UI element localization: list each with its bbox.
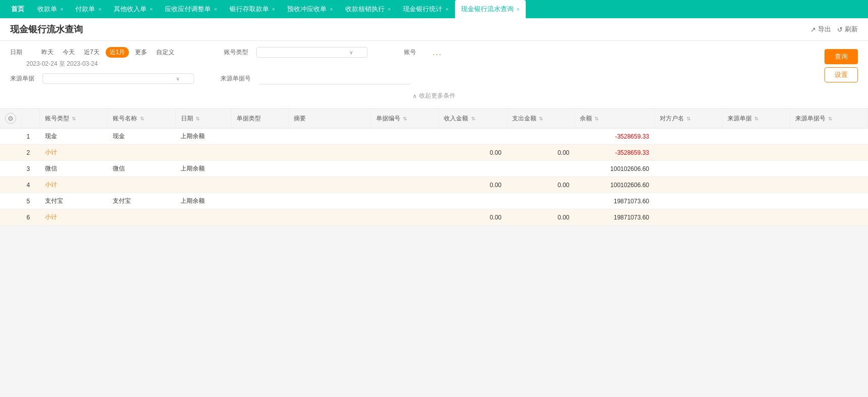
table-settings-icon[interactable]: ⚙ [5,113,16,124]
nav-tab-1[interactable]: 付款单 × [69,0,107,18]
sort-doc-no-icon: ⇅ [403,116,407,121]
row-source-doc [722,145,790,161]
col-settings[interactable]: ⚙ [0,109,22,128]
settings-button[interactable]: 设置 [825,67,858,82]
row-date: 上期余额 [175,161,232,177]
table-row: 6小计0.000.0019871073.60 [0,209,868,226]
date-range-display: 2023-02-24 至 2023-03-24 [26,60,98,67]
row-doc-type [232,128,289,145]
row-source-doc-no [790,177,868,193]
data-table: ⚙ 账号类型 ⇅ 账号名称 ⇅ 日期 ⇅ 单据类型 摘要 单据编号 [0,109,868,226]
date-opt-custom[interactable]: 自定义 [153,47,177,58]
date-opt-yesterday[interactable]: 昨天 [38,47,57,58]
row-expense: 0.00 [507,209,574,226]
close-tab-4-icon[interactable]: × [272,6,275,12]
nav-tab-2[interactable]: 其他收入单 × [108,0,159,18]
col-counterparty[interactable]: 对方户名 ⇅ [654,109,722,128]
row-index: 2 [22,145,40,161]
date-opt-today[interactable]: 今天 [60,47,78,58]
export-button[interactable]: ↗ 导出 [810,25,831,34]
account-more-icon[interactable]: ... [432,48,442,57]
table-row: 1现金现金上期余额-3528659.33 [0,128,868,145]
col-account-type[interactable]: 账号类型 ⇅ [40,109,108,128]
sort-expense-icon: ⇅ [539,116,543,121]
col-date[interactable]: 日期 ⇅ [175,109,232,128]
table-row: 3微信微信上期余额100102606.60 [0,161,868,177]
date-opt-more[interactable]: 更多 [132,47,150,58]
col-summary: 摘要 [288,109,371,128]
sort-date-icon: ⇅ [196,116,200,121]
nav-tab-3[interactable]: 应收应付调整单 × [159,0,223,18]
action-buttons: 查询 设置 [825,49,858,82]
query-button[interactable]: 查询 [825,49,858,64]
account-type-select[interactable]: ∨ [256,47,368,58]
row-account-type: 小计 [40,209,108,226]
date-opt-1month[interactable]: 近1月 [106,47,129,58]
close-tab-8-icon[interactable]: × [517,6,520,12]
filter-row-2: 来源单据 ∨ 来源单据号 [10,72,814,84]
col-doc-no[interactable]: 单据编号 ⇅ [371,109,438,128]
row-index: 5 [22,193,40,209]
row-source-doc-no [790,145,868,161]
nav-tab-8[interactable]: 现金银行流水查询 × [455,0,526,18]
row-expense [507,161,574,177]
source-doc-select[interactable]: ∨ [42,73,194,84]
row-date [175,209,232,226]
row-counterparty [654,193,722,209]
row-expense: 0.00 [507,145,574,161]
close-tab-2-icon[interactable]: × [150,6,153,12]
col-income[interactable]: 收入金额 ⇅ [439,109,507,128]
row-date: 上期余额 [175,193,232,209]
table-container: ⚙ 账号类型 ⇅ 账号名称 ⇅ 日期 ⇅ 单据类型 摘要 单据编号 [0,109,868,226]
refresh-button[interactable]: ↺ 刷新 [837,25,858,34]
row-counterparty [654,209,722,226]
close-tab-1-icon[interactable]: × [98,6,101,12]
row-settings-cell [0,209,22,226]
table-row: 5支付宝支付宝上期余额19871073.60 [0,193,868,209]
row-balance: 19871073.60 [574,193,654,209]
header-actions: ↗ 导出 ↺ 刷新 [810,25,858,34]
table-row: 4小计0.000.00100102606.60 [0,177,868,193]
close-tab-7-icon[interactable]: × [445,6,448,12]
row-settings-cell [0,161,22,177]
col-account-name[interactable]: 账号名称 ⇅ [108,109,175,128]
row-summary [288,145,371,161]
row-doc-no [371,209,438,226]
nav-tab-7[interactable]: 现金银行统计 × [397,0,454,18]
row-income: 0.00 [439,177,507,193]
row-summary [288,128,371,145]
close-tab-6-icon[interactable]: × [388,6,391,12]
row-account-type: 小计 [40,145,108,161]
row-settings-cell [0,128,22,145]
nav-tab-6[interactable]: 收款核销执行 × [339,0,397,18]
row-income: 0.00 [439,209,507,226]
collapse-bar[interactable]: ∧ 收起更多条件 [10,90,858,102]
close-tab-5-icon[interactable]: × [330,6,333,12]
row-account-name: 微信 [108,161,175,177]
col-balance[interactable]: 余额 ⇅ [574,109,654,128]
row-doc-no [371,145,438,161]
close-tab-0-icon[interactable]: × [60,6,63,12]
row-summary [288,193,371,209]
row-doc-type [232,161,289,177]
nav-tab-4[interactable]: 银行存取款单 × [223,0,281,18]
nav-home[interactable]: 首页 [4,5,31,14]
row-settings-cell [0,193,22,209]
row-source-doc-no [790,209,868,226]
date-options: 昨天 今天 近7天 近1月 更多 自定义 [38,47,177,58]
nav-tab-0[interactable]: 收款单 × [31,0,69,18]
row-account-name [108,209,175,226]
sort-counterparty-icon: ⇅ [687,116,691,121]
close-tab-3-icon[interactable]: × [214,6,217,12]
date-opt-7days[interactable]: 近7天 [81,47,103,58]
filter-row-1: 日期 昨天 今天 近7天 近1月 更多 自定义 账号类型 ∨ 账号 ... [10,47,814,58]
row-source-doc [722,128,790,145]
source-doc-no-input[interactable] [259,72,410,84]
row-expense [507,128,574,145]
col-source-doc-no[interactable]: 来源单据号 ⇅ [790,109,868,128]
col-expense[interactable]: 支出金额 ⇅ [507,109,574,128]
row-source-doc [722,177,790,193]
row-counterparty [654,177,722,193]
col-source-doc[interactable]: 来源单据 ⇅ [722,109,790,128]
nav-tab-5[interactable]: 预收冲应收单 × [281,0,339,18]
